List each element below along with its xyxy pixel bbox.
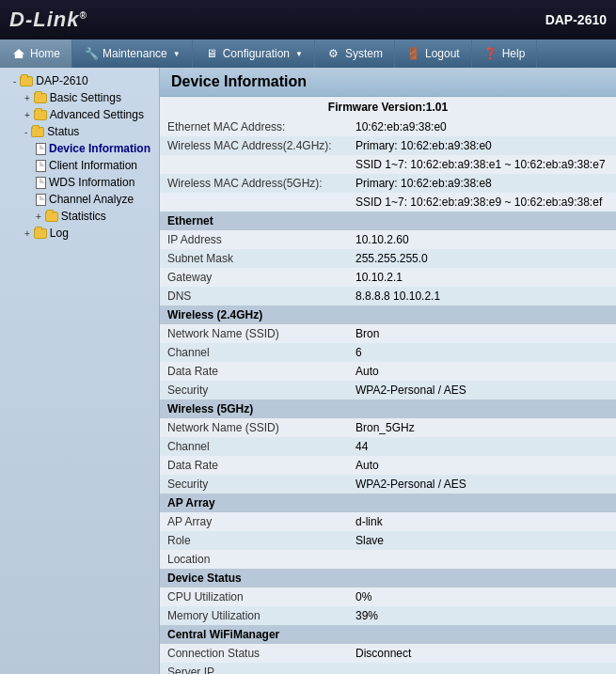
row-value: [348, 550, 616, 569]
page-title: Device Information: [171, 73, 307, 89]
row-value: Disconnect: [348, 644, 616, 663]
table-row: Network Name (SSID)Bron_5GHz: [160, 418, 616, 437]
row-value: 6: [348, 343, 616, 362]
row-label: Server IP: [160, 663, 348, 674]
table-row: SecurityWPA2-Personal / AES: [160, 475, 616, 494]
row-label: Ethernet MAC Address:: [160, 118, 348, 136]
table-row: Ethernet: [160, 212, 616, 230]
sidebar-item-log[interactable]: + Log: [0, 225, 159, 242]
row-label: Wireless MAC Address(5GHz):: [160, 174, 348, 193]
row-value: Bron_5GHz: [348, 418, 616, 437]
sidebar: - DAP-2610 + Basic Settings + Advanced S…: [0, 68, 160, 674]
table-row: Data RateAuto: [160, 362, 616, 381]
content-area: Device Information Firmware Version:1.01…: [160, 68, 616, 674]
header: D-Link® DAP-2610: [0, 0, 616, 39]
table-row: Network Name (SSID)Bron: [160, 324, 616, 343]
table-row: AP Array: [160, 494, 616, 512]
expand-icon: +: [24, 228, 30, 239]
table-row: SSID 1~7: 10:62:eb:a9:38:e1 ~ 10:62:eb:a…: [160, 155, 616, 174]
row-value: Primary: 10:62:eb:a9:38:e8: [348, 174, 616, 193]
expand-icon: -: [24, 127, 27, 137]
sidebar-item-label: Device Information: [49, 142, 150, 155]
sidebar-item-dap2610[interactable]: - DAP-2610: [0, 72, 159, 89]
table-row: SecurityWPA2-Personal / AES: [160, 381, 616, 400]
row-value: 0%: [348, 588, 616, 606]
help-icon: ❓: [483, 46, 498, 61]
sidebar-item-label: Status: [47, 125, 79, 138]
table-row: Device Status: [160, 569, 616, 588]
sidebar-item-label: Advanced Settings: [50, 108, 144, 121]
table-row: Channel6: [160, 343, 616, 362]
sidebar-item-status[interactable]: - Status: [0, 123, 159, 140]
table-row: Wireless (2.4GHz): [160, 306, 616, 324]
folder-icon: [20, 76, 33, 86]
row-value: 44: [348, 437, 616, 456]
table-row: Location: [160, 550, 616, 569]
sidebar-item-channel-analyze[interactable]: Channel Analyze: [0, 191, 159, 208]
row-label: Network Name (SSID): [160, 324, 348, 343]
sidebar-item-basic-settings[interactable]: + Basic Settings: [0, 89, 159, 106]
table-row: Channel44: [160, 437, 616, 456]
row-label: Connection Status: [160, 644, 348, 663]
sidebar-item-label: Channel Analyze: [49, 193, 134, 206]
table-row: Memory Utilization39%: [160, 606, 616, 625]
sidebar-item-label: DAP-2610: [36, 74, 87, 87]
doc-icon: [36, 177, 46, 189]
home-icon: [11, 46, 26, 61]
section-header: Ethernet: [160, 212, 616, 230]
table-row: Server IP: [160, 663, 616, 674]
row-label: [160, 155, 348, 174]
nav-help[interactable]: ❓ Help: [472, 39, 538, 68]
sidebar-item-wds-information[interactable]: WDS Information: [0, 174, 159, 191]
row-value: Primary: 10:62:eb:a9:38:e0: [348, 136, 616, 155]
row-label: CPU Utilization: [160, 588, 348, 606]
row-value: Bron: [348, 324, 616, 343]
sidebar-item-statistics[interactable]: + Statistics: [0, 208, 159, 225]
expand-icon: +: [24, 110, 30, 120]
sidebar-item-device-information[interactable]: Device Information: [0, 140, 159, 157]
firmware-version: Firmware Version:1.01: [160, 97, 616, 118]
row-label: [160, 193, 348, 212]
sidebar-item-advanced-settings[interactable]: + Advanced Settings: [0, 106, 159, 123]
row-value: SSID 1~7: 10:62:eb:a9:38:e9 ~ 10:62:eb:a…: [348, 193, 616, 212]
row-label: AP Array: [160, 512, 348, 531]
table-row: Central WiFiManager: [160, 625, 616, 644]
row-label: Role: [160, 531, 348, 550]
model-number: DAP-2610: [545, 12, 607, 27]
doc-icon: [36, 160, 46, 172]
section-header: Wireless (2.4GHz): [160, 306, 616, 324]
nav-configuration[interactable]: 🖥 Configuration ▼: [193, 39, 315, 68]
expand-icon: +: [36, 212, 41, 222]
row-label: Security: [160, 381, 348, 400]
row-value: WPA2-Personal / AES: [348, 381, 616, 400]
row-value: 10.10.2.60: [348, 230, 616, 249]
sidebar-item-client-information[interactable]: Client Information: [0, 157, 159, 174]
section-header: Wireless (5GHz): [160, 400, 616, 418]
row-value: SSID 1~7: 10:62:eb:a9:38:e1 ~ 10:62:eb:a…: [348, 155, 616, 174]
row-label: Channel: [160, 343, 348, 362]
row-value: 255.255.255.0: [348, 249, 616, 268]
folder-icon: [34, 110, 47, 120]
system-icon: ⚙: [326, 46, 341, 61]
row-label: Subnet Mask: [160, 249, 348, 268]
section-header: AP Array: [160, 494, 616, 512]
row-label: Wireless MAC Address(2.4GHz):: [160, 136, 348, 155]
table-row: DNS8.8.8.8 10.10.2.1: [160, 287, 616, 306]
table-row: Wireless MAC Address(2.4GHz):Primary: 10…: [160, 136, 616, 155]
content-header: Device Information: [160, 68, 616, 97]
sidebar-item-label: Statistics: [61, 210, 106, 223]
nav-system[interactable]: ⚙ System: [315, 39, 395, 68]
section-header: Central WiFiManager: [160, 625, 616, 644]
table-row: RoleSlave: [160, 531, 616, 550]
table-row: SSID 1~7: 10:62:eb:a9:38:e9 ~ 10:62:eb:a…: [160, 193, 616, 212]
sidebar-item-label: Log: [50, 227, 69, 240]
table-row: Data RateAuto: [160, 456, 616, 475]
row-label: Security: [160, 475, 348, 494]
nav-home[interactable]: Home: [0, 39, 72, 68]
table-row: AP Arrayd-link: [160, 512, 616, 531]
nav-maintenance[interactable]: 🔧 Maintenance ▼: [72, 39, 193, 68]
row-value: Auto: [348, 362, 616, 381]
row-label: DNS: [160, 287, 348, 306]
nav-logout[interactable]: 🚪 Logout: [395, 39, 472, 68]
doc-icon: [36, 194, 46, 206]
